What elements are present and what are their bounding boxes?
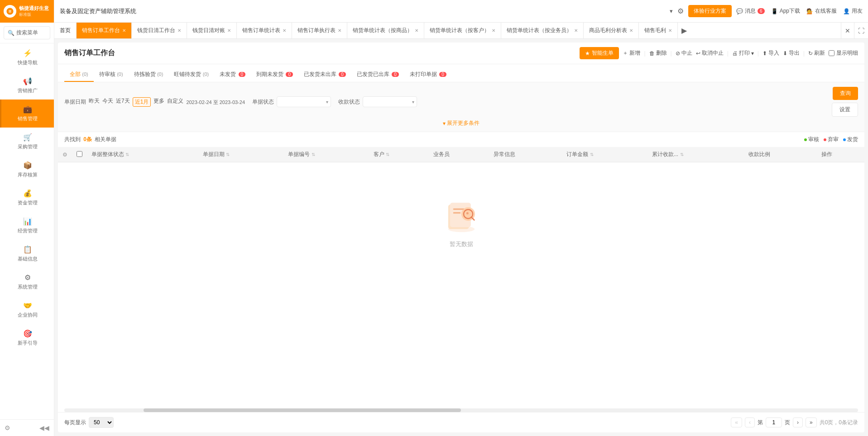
date-custom[interactable]: 自定义 xyxy=(167,97,183,107)
tab-sales-stat-staff[interactable]: 销货单统计表（按业务员） ✕ xyxy=(501,23,584,39)
tab-sales-stat-customer[interactable]: 销货单统计表（按客户） ✕ xyxy=(424,23,501,39)
sidebar-item-finance[interactable]: 💰 资金管理 xyxy=(0,184,54,212)
add-label: 新增 xyxy=(629,49,640,57)
tab-sales-exec-close[interactable]: ✕ xyxy=(338,28,341,33)
sidebar-settings-button[interactable]: ⚙ xyxy=(5,424,10,431)
sub-tab-all[interactable]: 全部 (0) xyxy=(64,68,94,82)
sidebar-item-newbie[interactable]: 🎯 新手引导 xyxy=(0,324,54,352)
tab-sales-stat-staff-close[interactable]: ✕ xyxy=(574,28,578,33)
system-title-dropdown[interactable]: ▾ xyxy=(670,8,673,14)
print-button[interactable]: 🖨 打印 ▾ xyxy=(732,49,754,57)
delete-button[interactable]: 🗑 删除 xyxy=(649,49,667,57)
review-action-button[interactable]: 审核 xyxy=(804,136,819,143)
results-bar: 共找到 0条 相关单据 审核 弃审 发货 xyxy=(58,132,864,147)
suspend-button[interactable]: ⊘ 中止 xyxy=(676,49,692,57)
page-size-select[interactable]: 20 50 100 xyxy=(89,417,114,428)
total-received-sort-icon[interactable]: ⇅ xyxy=(680,152,684,157)
query-button[interactable]: 查询 xyxy=(833,87,858,100)
app-download-button[interactable]: 📱 App下载 xyxy=(771,7,800,15)
tab-maximize-button[interactable]: ⛶ xyxy=(854,23,868,39)
show-detail-input[interactable] xyxy=(829,50,834,56)
cancel-suspend-button[interactable]: ↩ 取消中止 xyxy=(696,49,724,57)
date-yesterday[interactable]: 昨天 xyxy=(89,97,100,107)
export-label: 导出 xyxy=(789,49,800,57)
sidebar-item-purchase[interactable]: 🛒 采购管理 xyxy=(0,128,54,156)
sub-tab-wangpu-pending[interactable]: 旺铺待发货 (0) xyxy=(168,68,214,82)
sub-tab-shipped-not-out[interactable]: 已发货未出库 0 xyxy=(298,68,351,82)
sidebar-item-operation[interactable]: 📊 经营管理 xyxy=(0,212,54,240)
th-settings[interactable]: ⚙ xyxy=(58,147,72,162)
expand-filter-button[interactable]: ▾ 展开更多条件 xyxy=(443,119,480,127)
tab-sales-more[interactable]: 销售毛利 ✕ xyxy=(639,23,678,39)
doc-status-sort-icon[interactable]: ⇅ xyxy=(125,152,129,157)
tab-sales-exec[interactable]: 销售订单执行表 ✕ xyxy=(292,23,347,39)
sub-tab-shipped-out[interactable]: 已发货已出库 0 xyxy=(351,68,404,82)
export-button[interactable]: ⬇ 导出 xyxy=(783,49,800,57)
import-icon: ⬆ xyxy=(762,50,767,57)
tab-sales-more-close[interactable]: ✕ xyxy=(668,28,672,33)
tab-cash-daily[interactable]: 钱货日清工作台 ✕ xyxy=(132,23,187,39)
tab-gross-profit[interactable]: 商品毛利分析表 ✕ xyxy=(584,23,639,39)
search-menu-button[interactable]: 🔍 搜索菜单 xyxy=(4,26,50,39)
sub-tab-pending-review[interactable]: 待审核 (0) xyxy=(94,68,129,82)
payment-select[interactable] xyxy=(363,96,417,107)
customer-sort-icon[interactable]: ⇅ xyxy=(386,152,389,157)
order-amount-sort-icon[interactable]: ⇅ xyxy=(590,152,594,157)
date-today[interactable]: 今天 xyxy=(102,97,113,107)
horizontal-scrollbar[interactable] xyxy=(64,408,858,412)
tab-sales-workbench-close[interactable]: ✕ xyxy=(122,28,126,33)
tab-sales-workbench[interactable]: 销售订单工作台 ✕ xyxy=(77,23,132,39)
tab-sales-stat-close[interactable]: ✕ xyxy=(283,28,286,33)
set-button[interactable]: 设置 xyxy=(832,103,858,117)
ship-action-button[interactable]: 发货 xyxy=(843,136,858,143)
tab-sales-stat-product[interactable]: 销货单统计表（按商品） ✕ xyxy=(347,23,424,39)
tab-close-all-button[interactable]: ✕ xyxy=(841,23,854,39)
sidebar-item-system[interactable]: ⚙ 系统管理 xyxy=(0,268,54,296)
refresh-button[interactable]: ↻ 刷新 xyxy=(808,49,825,57)
message-button[interactable]: 💬 消息 6 xyxy=(736,7,765,15)
sidebar-item-marketing[interactable]: 📢 营销推广 xyxy=(0,71,54,100)
industry-solution-button[interactable]: 体验行业方案 xyxy=(688,5,732,17)
sidebar-item-basic-info[interactable]: 📋 基础信息 xyxy=(0,240,54,268)
sidebar-item-sales[interactable]: 💼 销售管理 xyxy=(0,100,54,128)
tab-cash-daily-close[interactable]: ✕ xyxy=(177,28,181,33)
status-select[interactable] xyxy=(277,96,331,107)
th-checkbox[interactable] xyxy=(72,147,87,162)
scrollbar-thumb[interactable] xyxy=(144,408,461,412)
tab-cash-reconcile-close[interactable]: ✕ xyxy=(227,28,231,33)
tab-home[interactable]: 首页 xyxy=(54,23,77,39)
cancel-review-action-button[interactable]: 弃审 xyxy=(824,136,839,143)
doc-number-sort-icon[interactable]: ⇅ xyxy=(312,152,315,157)
sub-tab-expired-not-shipped[interactable]: 到期未发货 0 xyxy=(251,68,298,82)
sidebar-item-inventory[interactable]: 📦 库存核算 xyxy=(0,156,54,184)
prev-page-button[interactable]: ‹ xyxy=(745,417,755,427)
sub-tab-not-printed[interactable]: 未打印单据 0 xyxy=(404,68,452,82)
sub-tab-pending-inspect[interactable]: 待拣验货 (0) xyxy=(129,68,169,82)
smart-generate-button[interactable]: ★ 智能生单 xyxy=(580,47,619,59)
user-menu-button[interactable]: 👤 用友 xyxy=(843,7,863,15)
date-7days[interactable]: 近7天 xyxy=(116,97,130,107)
date-1month[interactable]: 近1月 xyxy=(133,97,151,107)
last-page-button[interactable]: » xyxy=(806,417,817,427)
online-service-button[interactable]: 💁 在线客服 xyxy=(806,7,837,15)
sub-tab-not-shipped[interactable]: 未发货 0 xyxy=(214,68,251,82)
tab-cash-reconcile[interactable]: 钱货日清对账 ✕ xyxy=(187,23,237,39)
tab-more-button[interactable]: ▶ xyxy=(678,23,691,39)
topbar-settings-button[interactable]: ⚙ xyxy=(677,7,684,15)
sidebar-item-enterprise[interactable]: 🤝 企业协同 xyxy=(0,296,54,324)
date-more[interactable]: 更多 xyxy=(153,97,164,107)
current-page-input[interactable] xyxy=(766,417,782,427)
show-detail-checkbox[interactable]: 显示明细 xyxy=(829,49,858,57)
sidebar-collapse-button[interactable]: ◀◀ xyxy=(39,424,49,431)
next-page-button[interactable]: › xyxy=(793,417,803,427)
tab-sales-stat-customer-close[interactable]: ✕ xyxy=(492,28,495,33)
tab-sales-stat[interactable]: 销售订单统计表 ✕ xyxy=(237,23,292,39)
first-page-button[interactable]: « xyxy=(731,417,742,427)
tab-sales-stat-product-close[interactable]: ✕ xyxy=(415,28,418,33)
select-all-checkbox[interactable] xyxy=(77,151,82,157)
sidebar-item-quick-nav[interactable]: ⚡ 快捷导航 xyxy=(0,43,54,71)
add-button[interactable]: ＋ 新增 xyxy=(623,49,640,57)
import-button[interactable]: ⬆ 导入 xyxy=(762,49,779,57)
tab-gross-profit-close[interactable]: ✕ xyxy=(629,28,633,33)
doc-date-sort-icon[interactable]: ⇅ xyxy=(226,152,230,157)
